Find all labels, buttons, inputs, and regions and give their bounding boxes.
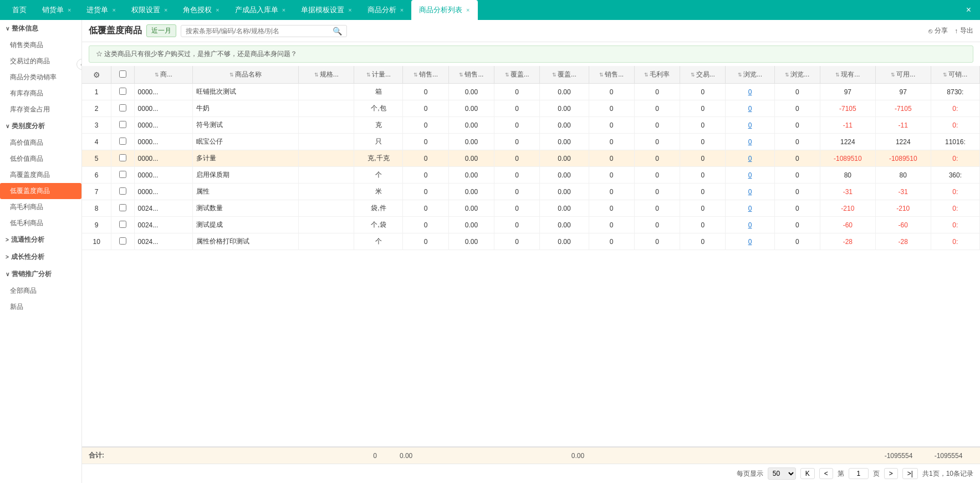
sidebar-item-low-coverage[interactable]: 低覆盖度商品 [0, 183, 81, 199]
th-cover-amt[interactable]: ⇅覆盖... [540, 66, 589, 84]
first-page-button[interactable]: K [800, 468, 815, 479]
cell-browse1[interactable]: 0 [726, 233, 774, 250]
nav-permission[interactable]: 权限设置 × [124, 0, 175, 20]
sidebar-section-overall[interactable]: ∨ 整体信息 [0, 20, 81, 37]
sidebar-section-category[interactable]: ∨ 类别度分析 [0, 118, 81, 135]
row-checkbox[interactable] [119, 187, 126, 195]
nav-purchase[interactable]: 进货单 × [79, 0, 123, 20]
row-checkbox[interactable] [119, 138, 126, 145]
sidebar-item-low-margin[interactable]: 低毛利商品 [0, 215, 81, 231]
nav-role-close[interactable]: × [216, 0, 219, 20]
nav-analysis[interactable]: 商品分析 × [360, 0, 411, 20]
nav-product-warehouse-close[interactable]: × [282, 0, 285, 20]
sidebar-item-high-margin[interactable]: 高毛利商品 [0, 199, 81, 215]
cell-browse1[interactable]: 0 [726, 134, 774, 150]
cell-browse1[interactable]: 0 [726, 100, 774, 117]
th-last[interactable]: ⇅可销... [931, 66, 979, 84]
cell-cover-amt: 0.00 [540, 117, 589, 134]
sidebar-item-traded-goods[interactable]: 交易过的商品 [0, 53, 81, 69]
select-all-checkbox[interactable] [119, 70, 126, 78]
sidebar-section-marketing[interactable]: ∨ 营销推广分析 [0, 266, 81, 283]
cell-check[interactable] [111, 233, 134, 250]
search-icon[interactable]: 🔍 [333, 27, 342, 35]
nav-home[interactable]: 首页 [4, 0, 34, 20]
cell-check[interactable] [111, 184, 134, 200]
th-code[interactable]: ⇅商... [134, 66, 193, 84]
th-sales-cnt[interactable]: ⇅销售... [403, 66, 448, 84]
cell-check[interactable] [111, 200, 134, 217]
sidebar-item-in-stock[interactable]: 有库存商品 [0, 85, 81, 101]
th-unit[interactable]: ⇅计量... [354, 66, 403, 84]
last-page-button[interactable]: >| [902, 468, 918, 479]
row-checkbox[interactable] [119, 104, 126, 111]
th-browse1[interactable]: ⇅浏览... [726, 66, 774, 84]
th-spec[interactable]: ⇅规格... [299, 66, 354, 84]
cell-check[interactable] [111, 100, 134, 117]
nav-permission-close[interactable]: × [164, 0, 167, 20]
row-checkbox[interactable] [119, 121, 126, 128]
th-cover-cnt[interactable]: ⇅覆盖... [494, 66, 540, 84]
sidebar-item-category-rate[interactable]: 商品分类动销率 [0, 69, 81, 85]
cell-check[interactable] [111, 150, 134, 167]
row-checkbox[interactable] [119, 204, 126, 211]
cell-check[interactable] [111, 84, 134, 100]
share-button[interactable]: ⎋ 分享 [928, 26, 948, 35]
nav-product-warehouse[interactable]: 产成品入库单 × [227, 0, 293, 20]
th-trans[interactable]: ⇅交易... [680, 66, 726, 84]
sidebar-item-low-value[interactable]: 低价值商品 [0, 151, 81, 167]
th-name[interactable]: ⇅商品名称 [193, 66, 299, 84]
nav-template-close[interactable]: × [348, 0, 351, 20]
sidebar-item-high-coverage[interactable]: 高覆盖度商品 [0, 167, 81, 183]
cell-check[interactable] [111, 134, 134, 150]
cell-browse1[interactable]: 0 [726, 117, 774, 134]
sidebar-item-stock-capital[interactable]: 库存资金占用 [0, 101, 81, 118]
nav-analysis-list-close[interactable]: × [466, 0, 469, 20]
cell-num: 9 [82, 217, 111, 233]
nav-sales-close[interactable]: × [68, 0, 71, 20]
nav-template[interactable]: 单据模板设置 × [293, 0, 359, 20]
th-sales-x[interactable]: ⇅销售... [589, 66, 634, 84]
page-number-input[interactable] [849, 468, 869, 479]
row-checkbox[interactable] [119, 237, 126, 245]
settings-icon[interactable]: ⚙ [93, 70, 100, 79]
nav-role[interactable]: 角色授权 × [175, 0, 227, 20]
sidebar-item-new-goods[interactable]: 新品 [0, 299, 81, 315]
th-stock1[interactable]: ⇅现有... [820, 66, 875, 84]
cell-check[interactable] [111, 117, 134, 134]
prev-page-button[interactable]: < [819, 468, 833, 479]
search-input[interactable] [186, 27, 333, 35]
sidebar-section-growth[interactable]: > 成长性分析 [0, 248, 81, 266]
cell-browse1[interactable]: 0 [726, 217, 774, 233]
next-page-button[interactable]: > [884, 468, 898, 479]
row-checkbox[interactable] [119, 88, 126, 95]
th-browse2[interactable]: ⇅浏览... [774, 66, 820, 84]
th-stock2[interactable]: ⇅可用... [875, 66, 931, 84]
cell-gross: 0 [634, 100, 680, 117]
nav-analysis-close[interactable]: × [400, 0, 404, 20]
nav-sales[interactable]: 销货单 × [34, 0, 79, 20]
row-checkbox[interactable] [119, 171, 126, 178]
row-checkbox[interactable] [119, 221, 126, 228]
th-check[interactable] [111, 66, 134, 84]
cell-check[interactable] [111, 217, 134, 233]
row-checkbox[interactable] [119, 154, 126, 161]
th-sales-amt[interactable]: ⇅销售... [448, 66, 494, 84]
cell-browse1[interactable]: 0 [726, 150, 774, 167]
th-gross[interactable]: ⇅毛利率 [634, 66, 680, 84]
window-close-button[interactable]: × [962, 5, 976, 15]
page-size-select[interactable]: 50 20 100 200 [768, 467, 796, 480]
cell-sales-x: 0 [589, 184, 634, 200]
cell-browse1[interactable]: 0 [726, 200, 774, 217]
cell-check[interactable] [111, 167, 134, 184]
export-button[interactable]: ↑ 导出 [955, 26, 973, 35]
sidebar-item-sales-goods[interactable]: 销售类商品 [0, 37, 81, 53]
nav-analysis-list[interactable]: 商品分析列表 × [411, 0, 477, 20]
nav-purchase-close[interactable]: × [112, 0, 115, 20]
sidebar-item-high-value[interactable]: 高价值商品 [0, 135, 81, 151]
cell-browse1[interactable]: 0 [726, 184, 774, 200]
sidebar-section-liquidity[interactable]: > 流通性分析 [0, 231, 81, 248]
cell-browse1[interactable]: 0 [726, 167, 774, 184]
sidebar-item-all-goods[interactable]: 全部商品 [0, 283, 81, 299]
time-filter-button[interactable]: 近一月 [146, 24, 176, 37]
cell-browse1[interactable]: 0 [726, 84, 774, 100]
